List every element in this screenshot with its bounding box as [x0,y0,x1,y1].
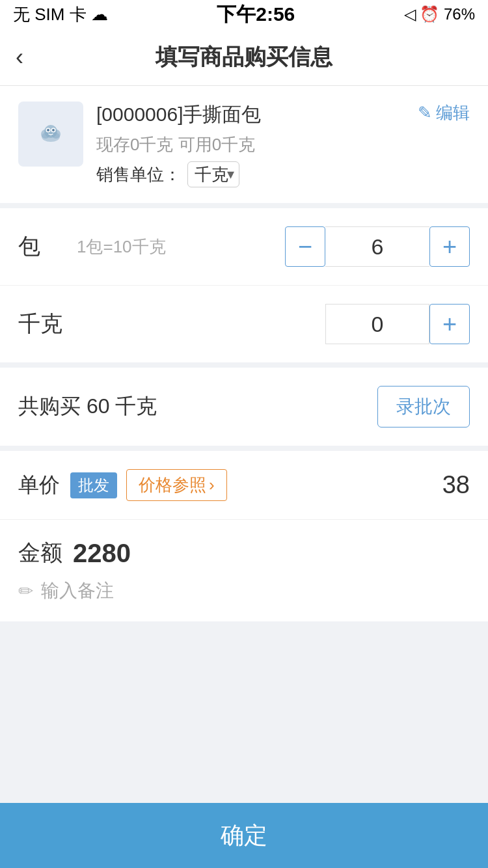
unit-label: 销售单位： [96,163,181,186]
price-ref-arrow: › [209,475,215,495]
kg-qty-controls: + [325,304,470,344]
confirm-button[interactable]: 确定 [0,803,488,868]
kg-input-row: 千克 + [0,286,488,362]
pencil-icon: ✏ [18,580,33,602]
input-section: 包 1包=10千克 − + 千克 + [0,208,488,368]
status-time: 下午2:56 [217,1,295,28]
price-tag: 批发 [70,472,117,498]
edit-button[interactable]: ✎ 编辑 [418,102,470,124]
bottom-space [0,621,488,803]
amount-value: 2280 [73,539,131,568]
unit-select[interactable]: 千克 [187,161,239,187]
status-right: ◁ ⏰ 76% [404,5,475,23]
svg-point-7 [52,129,55,131]
amount-label: 金额 [18,538,62,568]
remark-row[interactable]: ✏ 输入备注 [18,578,470,603]
price-label: 单价 [18,471,60,500]
total-row: 共购买 60 千克 录批次 [0,368,488,451]
price-ref-button[interactable]: 价格参照 › [126,469,227,501]
edit-icon: ✎ [418,103,432,123]
amount-section: 金额 2280 ✏ 输入备注 [0,520,488,621]
price-row: 单价 批发 价格参照 › 38 [18,469,470,519]
package-minus-button[interactable]: − [285,226,325,267]
product-thumbnail [18,102,83,167]
product-unit-row: 销售单位： 千克 [96,161,470,187]
status-left: 无 SIM 卡 ☁ [13,3,108,26]
product-card: [0000006]手撕面包 现存0千克 可用0千克 销售单位： 千克 ✎ 编辑 [0,86,488,208]
edit-label: 编辑 [436,102,470,124]
page-title: 填写商品购买信息 [156,42,332,72]
price-ref-label: 价格参照 [139,474,206,496]
package-input-row: 包 1包=10千克 − + [0,208,488,286]
remark-label: 输入备注 [41,578,114,603]
package-qty-controls: − + [285,226,470,267]
price-section: 单价 批发 价格参照 › 38 [0,451,488,520]
product-stock: 现存0千克 可用0千克 [96,133,470,156]
unit-select-wrap[interactable]: 千克 [187,161,239,187]
svg-point-3 [42,131,60,142]
svg-point-6 [47,129,49,131]
amount-row: 金额 2280 [18,538,470,568]
total-text: 共购买 60 千克 [18,392,157,421]
nav-bar: ‹ 填写商品购买信息 [0,29,488,86]
package-hint: 1包=10千克 [77,236,285,258]
product-info: [0000006]手撕面包 现存0千克 可用0千克 销售单位： 千克 [96,102,470,187]
package-plus-button[interactable]: + [429,226,470,267]
kg-qty-input[interactable] [325,304,429,344]
kg-label: 千克 [18,309,70,339]
batch-button[interactable]: 录批次 [377,386,470,427]
kg-plus-button[interactable]: + [429,304,470,344]
back-button[interactable]: ‹ [16,44,23,71]
package-qty-input[interactable] [325,226,429,267]
status-bar: 无 SIM 卡 ☁ 下午2:56 ◁ ⏰ 76% [0,0,488,29]
package-label: 包 [18,232,70,262]
product-name: [0000006]手撕面包 [96,102,470,128]
price-value: 38 [442,471,470,499]
